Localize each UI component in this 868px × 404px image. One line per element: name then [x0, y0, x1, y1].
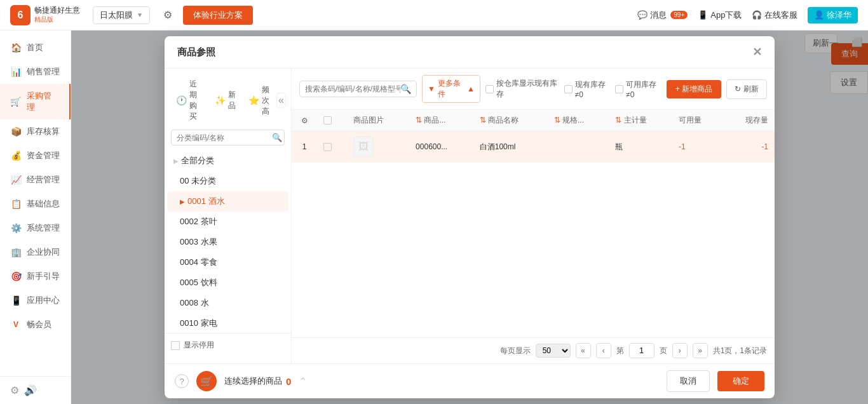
row-checkbox[interactable]	[323, 143, 332, 151]
sidebar-label-basic: 基础信息	[27, 198, 60, 210]
sort-spec-icon: ⇅	[554, 116, 560, 125]
tree-item-0001[interactable]: ▶ 0001 酒水	[167, 191, 288, 212]
tab-new[interactable]: ✨ 新品	[208, 86, 242, 115]
tree-item-all[interactable]: ▶ 全部分类	[167, 151, 288, 171]
star-icon: ✨	[215, 95, 226, 105]
per-page-select[interactable]: 50 100 200	[536, 344, 571, 358]
sidebar-item-business[interactable]: 📈 经营管理	[0, 168, 71, 192]
row-checkbox-cell	[317, 131, 347, 163]
per-page-label: 每页显示	[500, 346, 531, 356]
page-last-btn[interactable]: »	[693, 343, 708, 358]
help-icon[interactable]: ?	[175, 374, 189, 388]
page-label: 第	[616, 346, 624, 356]
select-all-checkbox[interactable]	[323, 116, 332, 125]
product-search-icon[interactable]: 🔍	[400, 84, 411, 94]
confirm-btn[interactable]: 确定	[717, 371, 764, 391]
page-current-input[interactable]	[629, 343, 654, 358]
col-unit[interactable]: ⇅ 主计量	[609, 110, 672, 131]
sidebar-item-appcenter[interactable]: 📱 应用中心	[0, 288, 71, 313]
sidebar-item-system[interactable]: ⚙️ 系统管理	[0, 216, 71, 240]
online-service-item[interactable]: 🎧 在线客服	[752, 10, 797, 21]
row-unit: 瓶	[609, 131, 672, 163]
logo-name: 畅捷通好生意	[34, 6, 80, 16]
sidebar-item-home[interactable]: 🏠 首页	[0, 36, 71, 60]
refresh-icon: ↻	[735, 84, 741, 93]
col-image: 商品图片	[347, 110, 409, 131]
message-icon: 💬	[637, 10, 648, 20]
available-stock-checkbox[interactable]	[564, 85, 573, 93]
collapse-footer-icon[interactable]: ⌃	[299, 375, 307, 387]
tree-item-0008[interactable]: 0008 水	[167, 293, 288, 313]
row-name: 白酒100ml	[473, 131, 548, 163]
sidebar-item-guide[interactable]: 🎯 新手引导	[0, 264, 71, 288]
show-stock-checkbox[interactable]	[485, 85, 494, 93]
sidebar-item-basic[interactable]: 📋 基础信息	[0, 192, 71, 216]
sidebar-label-appcenter: 应用中心	[27, 295, 60, 306]
col-stock: 现存量	[723, 110, 775, 131]
tab-recent[interactable]: 🕐 近期购买	[170, 75, 208, 126]
tree-item-0004[interactable]: 0004 零食	[167, 252, 288, 273]
table-row[interactable]: 1 🖼	[292, 131, 775, 163]
tree-item-0003[interactable]: 0003 水果	[167, 232, 288, 252]
left-panel-bottom: 显示停用	[165, 333, 291, 357]
product-thumbnail: 🖼	[353, 137, 374, 157]
sidebar-item-inventory[interactable]: 📦 库存核算	[0, 119, 71, 144]
tree-item-0010[interactable]: 0010 家电	[167, 313, 288, 333]
sidebar-label-finance: 资金管理	[27, 150, 60, 161]
mobile-icon: 📱	[698, 10, 708, 20]
check-available-stock[interactable]: 现有库存≠0	[564, 79, 610, 99]
sidebar-volume-icon[interactable]: 🔊	[24, 384, 37, 396]
category-search-input[interactable]	[177, 133, 272, 142]
tree-item-0002[interactable]: 0002 茶叶	[167, 212, 288, 232]
add-product-btn[interactable]: + 新增商品	[667, 80, 721, 98]
sidebar-item-purchase[interactable]: 🛒 采购管理	[0, 84, 71, 119]
dialog-close-icon[interactable]: ✕	[752, 45, 762, 59]
sales-icon: 📊	[10, 66, 22, 77]
col-checkbox	[317, 110, 347, 131]
row-available: -1	[672, 131, 723, 163]
sidebar-label-member: 畅会员	[27, 319, 51, 330]
sidebar-item-sales[interactable]: 📊 销售管理	[0, 60, 71, 84]
check-usable-stock[interactable]: 可用库存≠0	[615, 79, 661, 99]
table-header-row: ⚙ 商品图片	[292, 110, 775, 131]
experience-btn[interactable]: 体验行业方案	[183, 6, 253, 25]
store-dropdown[interactable]: 日太阳膜 ▼	[93, 6, 150, 24]
dialog-body: 🕐 近期购买 ✨ 新品 ⭐ 频次高 «	[165, 69, 775, 363]
message-item[interactable]: 💬 消息 99+	[637, 10, 688, 21]
page-first-btn[interactable]: «	[576, 343, 591, 358]
category-search-icon[interactable]: 🔍	[272, 133, 282, 142]
more-filter-btn[interactable]: ▼ 更多条件 ▲	[422, 75, 480, 103]
show-disabled-checkbox[interactable]	[171, 341, 180, 350]
page-suffix: 页	[660, 346, 667, 356]
pagination-bar: 每页显示 50 100 200 « ‹ 第 页 ›	[292, 337, 775, 363]
app-download-item[interactable]: 📱 App下载	[698, 10, 742, 21]
usable-stock-checkbox[interactable]	[615, 85, 623, 93]
check-show-stock[interactable]: 按仓库显示现有库存	[485, 78, 559, 100]
tab-frequent[interactable]: ⭐ 频次高	[242, 81, 276, 121]
col-gear: ⚙	[292, 110, 317, 131]
enterprise-icon: 🏢	[10, 246, 22, 258]
col-spec[interactable]: ⇅ 规格...	[548, 110, 609, 131]
col-name[interactable]: ⇅ 商品名称	[473, 110, 548, 131]
gear-header-icon[interactable]: ⚙	[301, 116, 308, 125]
dialog-right-panel: 🔍 ▼ 更多条件 ▲ 按仓库显示现有库存	[292, 69, 775, 363]
sidebar-item-enterprise[interactable]: 🏢 企业协同	[0, 240, 71, 264]
col-code[interactable]: ⇅ 商品...	[409, 110, 473, 131]
cancel-btn[interactable]: 取消	[667, 370, 710, 392]
cart-icon[interactable]: 🛒	[196, 371, 217, 391]
show-disabled-label[interactable]: 显示停用	[171, 340, 285, 351]
refresh-btn[interactable]: ↻ 刷新	[726, 79, 767, 99]
page-next-btn[interactable]: ›	[672, 343, 688, 358]
tree-item-00[interactable]: 00 未分类	[167, 171, 288, 191]
page-prev-btn[interactable]: ‹	[596, 343, 611, 358]
settings-icon[interactable]: ⚙	[158, 5, 178, 25]
sidebar-settings-icon[interactable]: ⚙	[10, 384, 19, 396]
product-search-input[interactable]	[305, 84, 400, 93]
sort-unit-icon: ⇅	[615, 116, 621, 125]
dialog-title: 商品参照	[177, 46, 215, 58]
sidebar-item-finance[interactable]: 💰 资金管理	[0, 144, 71, 168]
sidebar-item-member[interactable]: V 畅会员	[0, 313, 71, 337]
collapse-left-btn[interactable]: «	[276, 93, 286, 108]
tree-item-0005[interactable]: 0005 饮料	[167, 273, 288, 293]
sidebar-label-system: 系统管理	[27, 222, 60, 234]
